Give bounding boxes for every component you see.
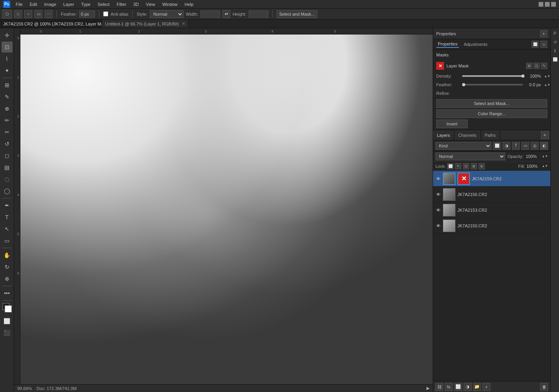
- filter-adjust-btn[interactable]: ◑: [503, 142, 510, 150]
- canvas-area[interactable]: 0 1 2 3 4 5 0 1 2 3 4 5 6 99.66% Doc: 17…: [14, 28, 433, 392]
- tool-marquee-btn[interactable]: ⬡: [2, 10, 12, 18]
- lock-pixels-btn[interactable]: ⬜: [447, 163, 453, 169]
- lasso-tool[interactable]: ⌇: [2, 53, 13, 64]
- height-input[interactable]: [249, 11, 268, 18]
- lock-artboard-btn[interactable]: ⊡: [463, 163, 469, 169]
- menu-edit[interactable]: Edit: [27, 1, 40, 7]
- blur-tool[interactable]: ◌: [2, 174, 13, 185]
- tab-1-close[interactable]: ✕: [182, 22, 185, 26]
- layer-visibility-2[interactable]: 👁: [435, 207, 441, 213]
- eraser-tool[interactable]: ◻: [2, 150, 13, 161]
- move-tool[interactable]: ✛: [2, 30, 13, 41]
- filter-type-btn[interactable]: T: [512, 142, 520, 150]
- more-tools-btn[interactable]: •••: [2, 288, 13, 299]
- menu-window[interactable]: Window: [159, 1, 180, 7]
- density-thumb[interactable]: [521, 74, 524, 78]
- filter-shape-btn[interactable]: ▭: [521, 142, 529, 150]
- window-close-btn[interactable]: [551, 2, 556, 7]
- layer-item-1[interactable]: 👁 JK7A2156.CR2: [433, 187, 550, 202]
- healing-tool[interactable]: ⊕: [2, 103, 13, 114]
- add-fx-btn[interactable]: fx: [445, 383, 453, 391]
- delete-layer-btn[interactable]: 🗑: [540, 383, 548, 391]
- path-select-tool[interactable]: ↖: [2, 223, 13, 234]
- vector-mask-btn[interactable]: ◇: [540, 41, 547, 48]
- history-brush-tool[interactable]: ↺: [2, 138, 13, 149]
- new-layer-btn[interactable]: +: [483, 383, 490, 391]
- fill-scrubby[interactable]: ▲▼: [542, 164, 548, 168]
- quick-mask-btn[interactable]: ⬜: [2, 316, 13, 327]
- mask-btn1[interactable]: ⊞: [526, 63, 532, 69]
- select-and-mask-btn[interactable]: Select and Mask...: [277, 10, 318, 18]
- swatches-icon[interactable]: ⬜: [552, 56, 559, 63]
- eyedropper-tool[interactable]: ✎: [2, 91, 13, 102]
- style-select[interactable]: Normal Fixed Ratio Fixed Size: [150, 10, 184, 18]
- tool-option2-btn[interactable]: ○: [24, 10, 32, 18]
- feather-input[interactable]: [79, 11, 95, 18]
- feather-scrubby[interactable]: ▲▼: [544, 83, 547, 87]
- filter-kind-select[interactable]: Kind: [435, 142, 492, 150]
- layer-visibility-3[interactable]: 👁: [435, 223, 441, 229]
- layer-item-3[interactable]: 👁 JK7A2150.CR2: [433, 218, 550, 234]
- history-icon[interactable]: ↺: [552, 38, 559, 45]
- new-adjustment-btn[interactable]: ◑: [464, 383, 472, 391]
- blend-mode-select[interactable]: Normal Multiply Screen Overlay: [435, 152, 505, 160]
- feather-thumb[interactable]: [462, 83, 465, 86]
- tool-option1-btn[interactable]: □: [14, 10, 22, 18]
- lock-all-btn[interactable]: ⊞: [471, 163, 477, 169]
- screen-mode-btn[interactable]: ⬛: [2, 327, 13, 338]
- swap-dimensions-btn[interactable]: ⇄: [222, 10, 230, 18]
- menu-3d[interactable]: 3D: [130, 1, 142, 7]
- opacity-scrubby[interactable]: ▲▼: [542, 154, 548, 158]
- anti-alias-checkbox[interactable]: [103, 11, 108, 16]
- shape-tool[interactable]: ▭: [2, 235, 13, 246]
- select-and-mask-prop-btn[interactable]: Select and Mask...: [436, 99, 547, 108]
- layer-item-0[interactable]: 👁 ✕ JK7A2159.CR2: [433, 171, 550, 187]
- lock-extra-btn[interactable]: ⊕: [479, 163, 485, 169]
- window-restore-btn[interactable]: [545, 2, 550, 7]
- zoom-tool[interactable]: ⊕: [2, 273, 13, 284]
- clone-tool[interactable]: ✂: [2, 127, 13, 138]
- tab-1[interactable]: Untitled-1 @ 66.7% (Layer 1, RGB/8#) ✕: [102, 20, 189, 28]
- brush-tool[interactable]: ✏: [2, 115, 13, 126]
- gradient-tool[interactable]: ▤: [2, 162, 13, 173]
- tab-layers[interactable]: Layers: [433, 130, 454, 140]
- filter-toggle-btn[interactable]: ◐: [540, 142, 548, 150]
- density-slider[interactable]: [462, 75, 523, 77]
- filter-smartobj-btn[interactable]: ◎: [531, 142, 539, 150]
- pixel-mask-btn[interactable]: ⬜: [532, 41, 539, 48]
- mask-btn2[interactable]: ⊡: [534, 63, 540, 69]
- add-link-btn[interactable]: ⛓: [435, 383, 443, 391]
- menu-type[interactable]: Type: [78, 1, 94, 7]
- filter-pixel-btn[interactable]: ⬜: [493, 142, 501, 150]
- width-input[interactable]: [200, 11, 220, 18]
- canvas-container[interactable]: [20, 34, 433, 392]
- text-tool[interactable]: T: [2, 212, 13, 223]
- color-range-btn[interactable]: Color Range...: [436, 109, 547, 118]
- mask-btn3[interactable]: ✎: [541, 63, 547, 69]
- rotate-view-tool[interactable]: ↻: [2, 261, 13, 272]
- properties-icon[interactable]: P: [552, 30, 559, 37]
- lock-position-btn[interactable]: ✎: [455, 163, 461, 169]
- tab-paths[interactable]: Paths: [481, 130, 500, 140]
- feather-slider[interactable]: [462, 84, 523, 85]
- menu-image[interactable]: Image: [41, 1, 60, 7]
- tab-0[interactable]: JK7A2159.CR2 @ 100% (JK7A2159.CR2, Layer…: [0, 20, 102, 28]
- marquee-tool[interactable]: ⊡: [2, 42, 13, 53]
- menu-select[interactable]: Select: [95, 1, 113, 7]
- density-scrubby[interactable]: ▲▼: [544, 74, 547, 78]
- layer-visibility-1[interactable]: 👁: [435, 192, 441, 197]
- tab-properties[interactable]: Properties: [436, 41, 459, 48]
- magic-wand-tool[interactable]: ✦: [2, 65, 13, 76]
- mask-x-icon[interactable]: ✕: [436, 62, 444, 70]
- new-group-btn[interactable]: 📁: [473, 383, 481, 391]
- hand-tool[interactable]: ✋: [2, 250, 13, 261]
- layer-item-2[interactable]: 👁 JK7A2153.CR2: [433, 202, 550, 218]
- properties-menu-btn[interactable]: ≡: [540, 30, 547, 37]
- invert-btn[interactable]: Invert: [436, 120, 468, 128]
- pen-tool[interactable]: ✒: [2, 200, 13, 211]
- menu-filter[interactable]: Filter: [113, 1, 129, 7]
- layers-panel-menu[interactable]: ≡: [541, 131, 549, 139]
- menu-file[interactable]: File: [13, 1, 26, 7]
- crop-tool[interactable]: ⊞: [2, 80, 13, 91]
- menu-view[interactable]: View: [143, 1, 158, 7]
